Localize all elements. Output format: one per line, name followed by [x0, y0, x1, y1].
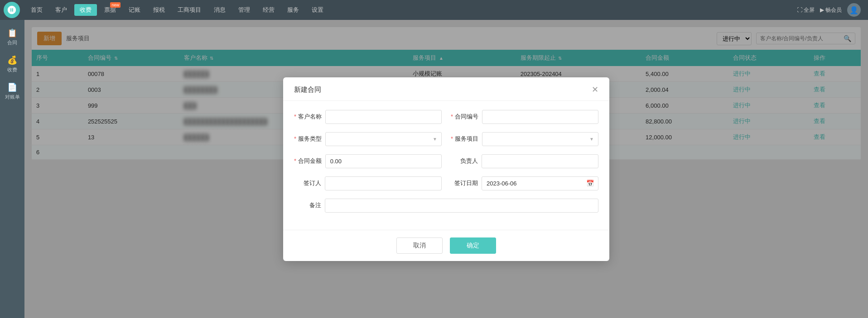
form-group-customer-name: 客户名称	[294, 110, 442, 124]
modal-close-button[interactable]: ✕	[592, 85, 598, 94]
form-group-remark: 备注	[294, 199, 598, 213]
remark-label: 备注	[294, 201, 321, 209]
service-item-label: 服务项目	[451, 135, 478, 143]
form-group-sign-date: 签订日期 📅	[451, 176, 598, 190]
contract-amount-label: 合同金额	[294, 157, 322, 165]
form-row-4: 签订人 签订日期 📅	[294, 176, 598, 190]
service-type-select[interactable]	[325, 132, 442, 146]
customer-name-input[interactable]	[325, 110, 442, 124]
service-type-select-wrap	[325, 132, 442, 146]
customer-name-label: 客户名称	[294, 113, 322, 121]
form-row-3: 合同金额 负责人	[294, 154, 598, 168]
nav-item-business[interactable]: 工商项目	[172, 4, 207, 16]
contract-icon: 📋	[7, 28, 17, 38]
contract-no-input[interactable]	[482, 110, 598, 124]
form-group-service-item: 服务项目	[451, 132, 598, 146]
sidebar-item-reconciliation[interactable]: 📄 对账单	[1, 79, 24, 104]
nav-item-service[interactable]: 服务	[282, 4, 304, 16]
nav-items: 首页 客户 收费 票据 new 记账 报税 工商项目 消息 管理 经营 服务 设…	[25, 4, 797, 16]
calendar-icon[interactable]: 📅	[586, 180, 594, 187]
service-type-label: 服务类型	[294, 135, 322, 143]
content-area: 新增 服务项目 进行中 已完成 已终止 🔍 序号 合同编号	[24, 20, 868, 318]
sidebar-item-contract[interactable]: 📋 合同	[1, 24, 24, 50]
main-layout: 📋 合同 💰 收费 📄 对账单 新增 服务项目 进行中 已完成 已终止	[0, 20, 868, 318]
form-group-amount: 合同金额	[294, 154, 442, 168]
new-badge: new	[110, 2, 121, 8]
sidebar-item-reconciliation-label: 对账单	[5, 94, 20, 100]
signer-input[interactable]	[325, 176, 442, 190]
service-item-select-wrap	[482, 132, 598, 146]
sidebar-item-contract-label: 合同	[7, 39, 17, 46]
service-item-select[interactable]	[482, 132, 598, 146]
fee-icon: 💰	[7, 55, 17, 65]
modal-body: 客户名称 合同编号 服务类型	[283, 101, 609, 230]
contract-amount-input[interactable]	[325, 154, 442, 168]
modal-footer: 取消 确定	[283, 230, 609, 261]
sign-date-label: 签订日期	[451, 179, 478, 187]
fullscreen-button[interactable]: ⛶ 全屏	[797, 6, 815, 14]
form-group-service-type: 服务类型	[294, 132, 442, 146]
responsible-label: 负责人	[451, 157, 478, 165]
member-button[interactable]: ▶ 畅会员	[820, 6, 842, 14]
sidebar: 📋 合同 💰 收费 📄 对账单	[0, 20, 24, 318]
logo[interactable]	[4, 2, 20, 18]
form-row-1: 客户名称 合同编号	[294, 110, 598, 124]
nav-item-manage[interactable]: 管理	[233, 4, 256, 16]
modal-header: 新建合同 ✕	[283, 77, 609, 101]
play-icon: ▶	[820, 7, 824, 13]
nav-item-operation[interactable]: 经营	[257, 4, 280, 16]
responsible-input[interactable]	[482, 154, 598, 168]
sidebar-item-fee[interactable]: 💰 收费	[1, 52, 24, 77]
modal-overlay[interactable]: 新建合同 ✕ 客户名称 合同编号	[24, 20, 868, 318]
sidebar-item-fee-label: 收费	[7, 66, 17, 73]
sign-date-input[interactable]	[482, 176, 598, 190]
nav-item-customer[interactable]: 客户	[50, 4, 72, 16]
form-row-2: 服务类型 服务项目	[294, 132, 598, 146]
nav-item-home[interactable]: 首页	[25, 4, 48, 16]
avatar[interactable]: 👤	[847, 3, 861, 17]
avatar-icon: 👤	[849, 6, 858, 14]
nav-item-tax[interactable]: 报税	[148, 4, 170, 16]
remark-input[interactable]	[325, 199, 598, 213]
modal: 新建合同 ✕ 客户名称 合同编号	[283, 77, 609, 261]
form-row-5: 备注	[294, 199, 598, 213]
nav-item-fee[interactable]: 收费	[74, 4, 97, 16]
nav-item-message[interactable]: 消息	[208, 4, 231, 16]
confirm-button[interactable]: 确定	[450, 237, 496, 254]
nav-item-settings[interactable]: 设置	[306, 4, 329, 16]
nav-item-invoice[interactable]: 票据 new	[99, 4, 121, 16]
nav-item-bookkeeping[interactable]: 记账	[123, 4, 146, 16]
form-group-contract-no: 合同编号	[451, 110, 598, 124]
reconciliation-icon: 📄	[7, 82, 17, 92]
top-nav: 首页 客户 收费 票据 new 记账 报税 工商项目 消息 管理 经营 服务 设…	[0, 0, 868, 20]
sign-date-wrap: 📅	[482, 176, 598, 190]
signer-label: 签订人	[294, 179, 321, 187]
form-group-responsible: 负责人	[451, 154, 598, 168]
contract-no-label: 合同编号	[451, 113, 478, 121]
modal-title: 新建合同	[294, 85, 321, 94]
fullscreen-icon: ⛶	[797, 7, 802, 13]
form-group-signer: 签订人	[294, 176, 442, 190]
cancel-button[interactable]: 取消	[396, 237, 443, 254]
nav-right: ⛶ 全屏 ▶ 畅会员 👤	[797, 3, 861, 17]
